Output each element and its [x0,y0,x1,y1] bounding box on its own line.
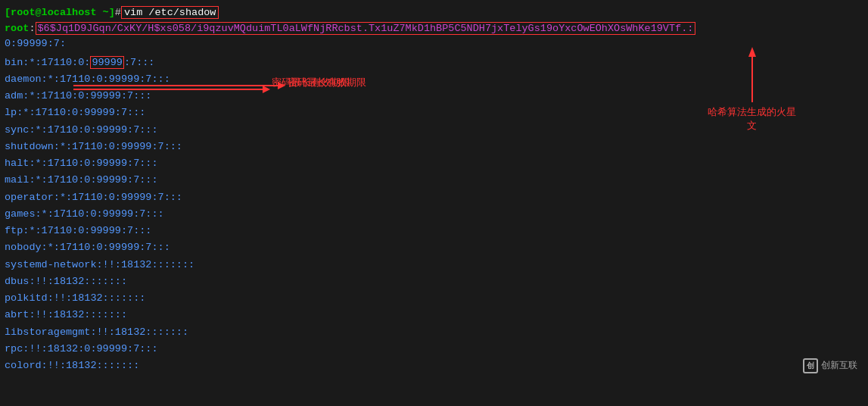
watermark-text: 创新互联 [821,359,857,372]
dbus-line: dbus:!!:18132::::::: [5,273,863,290]
watermark-icon: 创 [803,358,818,373]
colord-line: colord:!!:18132::::::: [5,358,863,374]
prompt-user: [root@localhost ~] [5,7,115,18]
lp-line: lp:*:17110:0:99999:7::: [5,105,863,121]
halt-line: halt:*:17110:0:99999:7::: [5,155,863,172]
command-text: vim /etc/shadow [121,6,219,19]
watermark: 创 创新互联 [803,358,857,373]
games-line: games:*:17110:0:99999:7::: [5,206,863,223]
sync-line: sync:*:17110:0:99999:7::: [5,122,863,139]
terminal: [root@localhost ~] # vim /etc/shadow roo… [0,0,868,381]
root-username: root [5,23,29,34]
polkitd-line: polkitd:!!:18132::::::: [5,290,863,307]
ftp-line: ftp:*:17110:0:99999:7::: [5,223,863,239]
prompt-hash: # [115,7,121,18]
root-hash: $6$Jq1D9JGqn/CxKY/H$xs058/i9qzuvMQduimTL… [36,22,696,35]
root-entry-line: root:$6$Jq1D9JGqn/CxKY/H$xs058/i9qzuvMQd… [5,21,863,52]
daemon-line: daemon:*:17110:0:99999:7::: [5,71,863,88]
adm-line: adm:*:17110:0:99999:7::: [5,88,863,105]
abrt-line: abrt:!!:18132::::::: [5,307,863,323]
bin-line: bin:*:17110:0:99999:7::: [5,55,863,71]
prompt-line: [root@localhost ~] # vim /etc/shadow [5,6,863,19]
rpc-line: rpc:!!:18132:0:99999:7::: [5,341,863,358]
shutdown-line: shutdown:*:17110:0:99999:7::: [5,139,863,155]
mail-line: mail:*:17110:0:99999:7::: [5,172,863,189]
nobody-line: nobody:*:17110:0:99999:7::: [5,239,863,256]
root-entry-rest: 0:99999:7: [5,38,66,49]
operator-line: operator:*:17110:0:99999:7::: [5,189,863,206]
bin-maxdays: 99999 [90,56,124,69]
maxdays-label-text: 密码最长有效期限 [288,76,366,89]
libstoragemgmt-line: libstoragemgmt:!!:18132::::::: [5,324,863,341]
systemd-network-line: systemd-network:!!:18132::::::: [5,257,863,273]
